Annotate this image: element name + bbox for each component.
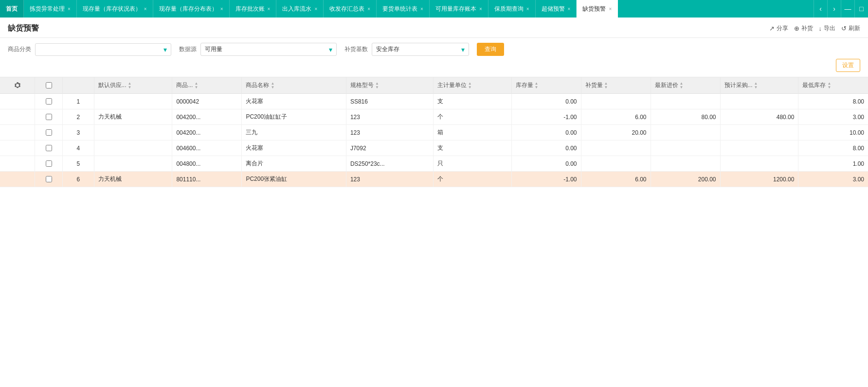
row-name: 火花塞 (242, 141, 346, 156)
nav-close-icon[interactable]: × (68, 6, 71, 12)
replenish-select[interactable]: 安全库存 ▾ (372, 43, 469, 56)
nav-arrows: ‹ › — □ (814, 0, 868, 18)
th-unit[interactable]: 主计量单位 ▲▼ (433, 77, 511, 94)
nav-item-expiry[interactable]: 保质期查询× (488, 0, 536, 18)
refresh-btn[interactable]: ↺ 刷新 (841, 24, 860, 33)
nav-item-label: 拣货异常处理 (30, 5, 65, 13)
nav-close-icon[interactable]: × (479, 6, 482, 12)
row-spec: 123 (346, 109, 433, 125)
row-spec: J7092 (346, 141, 433, 156)
th-name-label: 商品名称 (246, 81, 269, 89)
table-row[interactable]: 6力天机械801110...PC200张紧油缸123个-1.006.00200.… (0, 172, 868, 187)
th-est-purchase-label: 预计采购... (724, 81, 753, 89)
row-gear-cell (0, 172, 35, 187)
row-min-stock: 1.00 (798, 156, 868, 172)
nav-close-icon[interactable]: × (526, 6, 529, 12)
nav-close-icon[interactable]: × (220, 6, 223, 12)
row-checkbox[interactable] (46, 176, 52, 182)
row-code: 004200... (172, 109, 242, 125)
row-stock: -1.00 (511, 109, 581, 125)
row-replenish (581, 94, 651, 109)
row-checkbox[interactable] (46, 160, 52, 167)
th-stock[interactable]: 库存量 ▲▼ (511, 77, 581, 94)
row-seq: 4 (63, 141, 94, 156)
table-body: 10000042火花塞SS816支0.008.002力天机械004200...P… (0, 94, 868, 187)
row-seq: 3 (63, 125, 94, 141)
th-name[interactable]: 商品名称 ▲▼ (242, 77, 346, 94)
nav-scroll-right[interactable]: › (827, 0, 841, 18)
row-checkbox-cell (35, 172, 63, 187)
th-min-stock[interactable]: 最低库存 ▲▼ (798, 77, 868, 94)
nav-item-inventory-dist[interactable]: 现存量（库存分布表）× (153, 0, 230, 18)
nav-scroll-left[interactable]: ‹ (814, 0, 827, 18)
nav-item-avail-account[interactable]: 可用量库存账本× (430, 0, 488, 18)
row-replenish (581, 141, 651, 156)
nav-item-home[interactable]: 首页 (0, 0, 24, 18)
th-latest-price[interactable]: 最新进价 ▲▼ (651, 77, 720, 94)
th-code[interactable]: 商品... ▲▼ (172, 77, 242, 94)
datasource-select-value: 可用量 (205, 45, 327, 53)
filter-bar: 商品分类 ▾ 数据源 可用量 ▾ 补货基数 安全库存 ▾ 查询 (0, 38, 868, 59)
nav-close-icon[interactable]: × (314, 6, 317, 12)
datasource-select[interactable]: 可用量 ▾ (200, 43, 337, 56)
share-btn[interactable]: ↗ 分享 (769, 24, 788, 33)
row-min-stock: 3.00 (798, 109, 868, 125)
row-checkbox-cell (35, 141, 63, 156)
spec-sort-icon: ▲▼ (375, 82, 379, 89)
th-replenish-label: 补货量 (585, 81, 603, 89)
nav-item-shortage[interactable]: 缺货预警× (577, 0, 618, 18)
nav-maximize[interactable]: □ (854, 0, 868, 18)
row-checkbox[interactable] (46, 129, 52, 136)
table-row[interactable]: 2力天机械004200...PC200油缸缸子123个-1.006.0080.0… (0, 109, 868, 125)
replenish-btn[interactable]: ⊕ 补货 (794, 24, 813, 33)
nav-item-flow[interactable]: 出入库流水× (276, 0, 324, 18)
category-select[interactable]: ▾ (35, 43, 171, 56)
select-all-checkbox[interactable] (46, 82, 52, 88)
th-unit-label: 主计量单位 (437, 81, 467, 89)
th-replenish[interactable]: 补货量 ▲▼ (581, 77, 651, 94)
row-stock: 0.00 (511, 156, 581, 172)
nav-bar: 首页拣货异常处理×现存量（库存状况表）×现存量（库存分布表）×库存批次账×出入库… (0, 0, 868, 18)
datasource-label: 数据源 (179, 45, 197, 53)
row-checkbox[interactable] (46, 145, 52, 151)
row-gear-cell (0, 94, 35, 109)
refresh-icon: ↺ (841, 25, 847, 32)
th-supplier[interactable]: 默认供应... ▲▼ (94, 77, 172, 94)
nav-item-order-stat[interactable]: 要货单统计表× (377, 0, 430, 18)
nav-close-icon[interactable]: × (420, 6, 423, 12)
row-min-stock: 8.00 (798, 141, 868, 156)
nav-minimize[interactable]: — (841, 0, 854, 18)
table-row[interactable]: 5004800...离合片DS250*23c...只0.001.00 (0, 156, 868, 172)
nav-item-inventory-status[interactable]: 现存量（库存状况表）× (77, 0, 153, 18)
refresh-label: 刷新 (849, 24, 860, 33)
row-latest-price: 200.00 (651, 172, 720, 187)
row-gear-cell (0, 156, 35, 172)
query-button[interactable]: 查询 (477, 43, 504, 56)
row-seq: 5 (63, 156, 94, 172)
row-name: PC200油缸缸子 (242, 109, 346, 125)
table-row[interactable]: 10000042火花塞SS816支0.008.00 (0, 94, 868, 109)
nav-item-summary[interactable]: 收发存汇总表× (324, 0, 377, 18)
row-checkbox[interactable] (46, 114, 52, 120)
table-row[interactable]: 3004200...三九123箱0.0020.0010.00 (0, 125, 868, 141)
row-code: 004200... (172, 125, 242, 141)
th-est-purchase[interactable]: 预计采购... ▲▼ (720, 77, 798, 94)
nav-close-icon[interactable]: × (609, 6, 612, 12)
settings-button[interactable]: 设置 (836, 59, 860, 72)
nav-close-icon[interactable]: × (144, 6, 147, 12)
row-unit: 支 (433, 141, 511, 156)
th-gear[interactable] (0, 77, 35, 94)
row-est-purchase: 1200.00 (720, 172, 798, 187)
th-spec[interactable]: 规格型号 ▲▼ (346, 77, 433, 94)
table-row[interactable]: 4004600...火花塞J7092支0.008.00 (0, 141, 868, 156)
nav-close-icon[interactable]: × (268, 6, 271, 12)
nav-close-icon[interactable]: × (568, 6, 571, 12)
nav-item-batch-account[interactable]: 库存批次账× (230, 0, 277, 18)
gear-icon (14, 82, 21, 89)
nav-item-pick-exception[interactable]: 拣货异常处理× (24, 0, 77, 18)
nav-item-overstock[interactable]: 超储预警× (536, 0, 577, 18)
row-checkbox[interactable] (46, 98, 52, 105)
row-unit: 个 (433, 172, 511, 187)
export-btn[interactable]: ↓ 导出 (819, 24, 836, 33)
nav-close-icon[interactable]: × (367, 6, 370, 12)
